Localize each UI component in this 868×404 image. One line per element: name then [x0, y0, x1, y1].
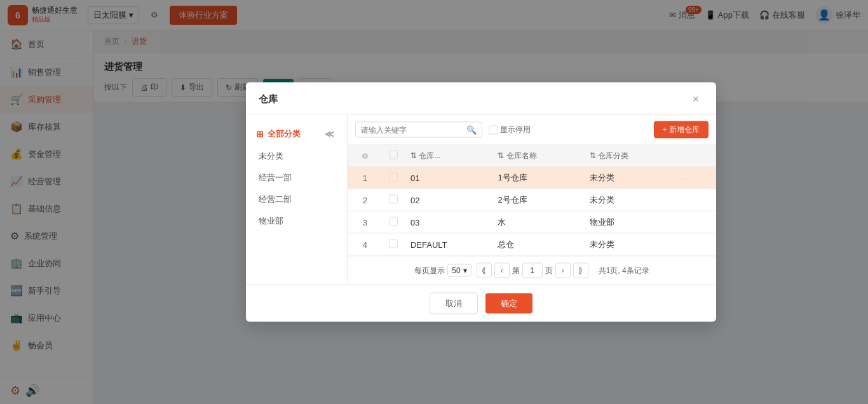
new-warehouse-button[interactable]: + 新增仓库 [654, 121, 709, 138]
all-category-header[interactable]: ⊞ 全部分类 ≪ [246, 123, 347, 145]
row-num: 3 [348, 211, 383, 233]
row-category-4: 未分类 [583, 233, 675, 255]
row-name-3: 水 [491, 211, 583, 233]
table-header-row: ⚙ ⇅ 仓库... ⇅ 仓库名称 ⇅ 仓库分类 [348, 145, 716, 167]
col-name-header: ⇅ 仓库名称 [491, 145, 583, 167]
show-disabled-checkbox[interactable] [489, 125, 498, 134]
row-checkbox-4[interactable] [383, 233, 404, 255]
col-code-header: ⇅ 仓库... [404, 145, 491, 167]
row-code-1: 01 [404, 166, 491, 189]
modal-body: ⊞ 全部分类 ≪ 未分类 经营一部 经营二部 物业部 🔍 显示停用 + 新增仓库 [246, 115, 716, 285]
row-code-4: DEFAULT [404, 233, 491, 255]
show-disabled-label[interactable]: 显示停用 [489, 125, 531, 135]
prev-page-button[interactable]: ‹ [494, 263, 510, 278]
all-category-label: 全部分类 [268, 128, 301, 140]
modal-footer: 取消 确定 [246, 285, 716, 322]
per-page-arrow: ▾ [463, 266, 467, 275]
warehouse-table: ⚙ ⇅ 仓库... ⇅ 仓库名称 ⇅ 仓库分类 [348, 145, 716, 256]
confirm-button[interactable]: 确定 [485, 293, 532, 314]
row-checkbox-3[interactable] [383, 211, 404, 233]
search-box: 🔍 [355, 122, 482, 138]
category-panel: ⊞ 全部分类 ≪ 未分类 经营一部 经营二部 物业部 [246, 115, 348, 285]
per-page-label: 每页显示 [414, 265, 445, 276]
row-actions-4[interactable] [675, 233, 716, 255]
row-num: 2 [348, 189, 383, 211]
col-settings[interactable]: ⚙ [348, 145, 383, 167]
row-num: 4 [348, 233, 383, 255]
row-category-3: 物业部 [583, 211, 675, 233]
modal-header: 仓库 × [246, 83, 716, 115]
row-checkbox-2[interactable] [383, 189, 404, 211]
collapse-category-button[interactable]: ≪ [322, 128, 337, 140]
table-body: 1 01 1号仓库 未分类 ··· 2 [348, 166, 716, 255]
pagination: 每页显示 50 ▾ ⟪ ‹ 第 页 › ⟫ 共1页, 4条记录 [348, 256, 716, 285]
show-disabled-text: 显示停用 [500, 125, 531, 135]
page-suffix: 页 [545, 265, 553, 276]
search-icon: 🔍 [466, 125, 477, 135]
category-item-ops1[interactable]: 经营一部 [246, 167, 347, 189]
col-actions-header [675, 145, 716, 167]
per-page-value: 50 [452, 266, 460, 275]
page-total: 共1页, 4条记录 [599, 265, 649, 276]
col-checkbox-header[interactable] [383, 145, 404, 167]
category-item-property[interactable]: 物业部 [246, 210, 347, 232]
grid-icon: ⊞ [256, 129, 264, 139]
row-name-1: 1号仓库 [491, 166, 583, 189]
sort-icon: ⇅ [410, 151, 417, 160]
next-page-button[interactable]: › [555, 263, 571, 278]
modal-close-button[interactable]: × [688, 91, 703, 107]
page-navigation: ⟪ ‹ 第 页 › ⟫ [477, 263, 588, 278]
row-name-2: 2号仓库 [491, 189, 583, 211]
table-panel: 🔍 显示停用 + 新增仓库 ⚙ [348, 115, 716, 285]
row-checkbox-1[interactable] [383, 166, 404, 189]
row-actions-3[interactable] [675, 211, 716, 233]
search-input[interactable] [361, 125, 463, 134]
category-item-unclassified[interactable]: 未分类 [246, 145, 347, 167]
row-code-3: 03 [404, 211, 491, 233]
cancel-button[interactable]: 取消 [430, 293, 478, 314]
per-page-select[interactable]: 50 ▾ [447, 264, 471, 277]
sort-icon-cat: ⇅ [590, 151, 596, 160]
last-page-button[interactable]: ⟫ [573, 263, 588, 278]
row-actions-2[interactable] [675, 189, 716, 211]
page-number-input[interactable] [522, 263, 543, 278]
page-label: 第 [512, 265, 520, 276]
row-name-4: 总仓 [491, 233, 583, 255]
table-toolbar: 🔍 显示停用 + 新增仓库 [348, 115, 716, 145]
data-table: ⚙ ⇅ 仓库... ⇅ 仓库名称 ⇅ 仓库分类 [348, 145, 716, 256]
modal-title: 仓库 [259, 93, 278, 105]
table-row[interactable]: 3 03 水 物业部 [348, 211, 716, 233]
sort-icon-name: ⇅ [498, 151, 504, 160]
first-page-button[interactable]: ⟪ [477, 263, 492, 278]
row-category-2: 未分类 [583, 189, 675, 211]
table-row[interactable]: 2 02 2号仓库 未分类 [348, 189, 716, 211]
row-num: 1 [348, 166, 383, 189]
table-row[interactable]: 1 01 1号仓库 未分类 ··· [348, 166, 716, 189]
row-category-1: 未分类 [583, 166, 675, 189]
page-size-selector: 每页显示 50 ▾ [414, 264, 471, 277]
table-row[interactable]: 4 DEFAULT 总仓 未分类 [348, 233, 716, 255]
more-icon-1[interactable]: ··· [681, 173, 692, 182]
col-category-header: ⇅ 仓库分类 [583, 145, 675, 167]
row-actions-1[interactable]: ··· [675, 166, 716, 189]
warehouse-modal: 仓库 × ⊞ 全部分类 ≪ 未分类 经营一部 经营二部 物业部 🔍 [246, 83, 716, 322]
row-code-2: 02 [404, 189, 491, 211]
category-item-ops2[interactable]: 经营二部 [246, 189, 347, 210]
select-all-checkbox[interactable] [389, 151, 398, 159]
